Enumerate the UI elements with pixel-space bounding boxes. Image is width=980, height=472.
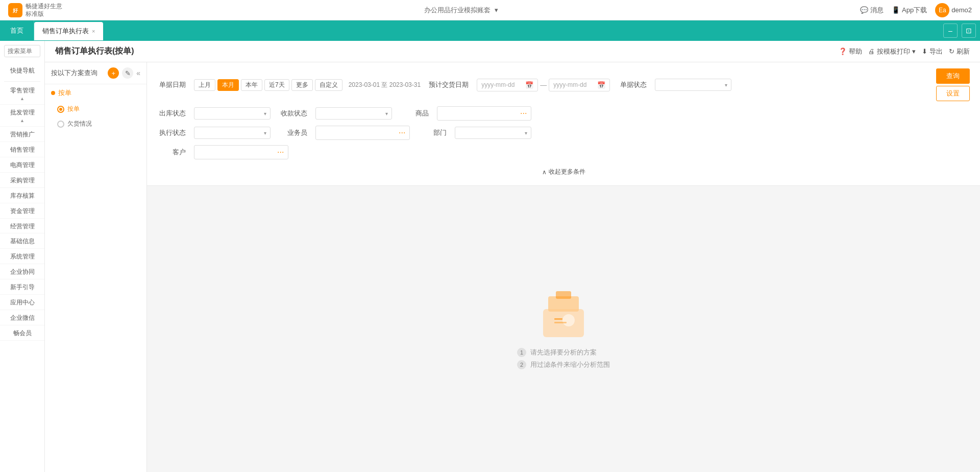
goods-label: 商品 [400, 109, 429, 118]
tab-close-icon[interactable]: × [92, 28, 95, 34]
dept-select[interactable] [455, 127, 531, 139]
left-panel: 按以下方案查询 + ✎ « 按单 按单 欠货情况 [45, 62, 147, 472]
date-label: 单据日期 [157, 80, 186, 89]
export-icon: ⬇ [922, 48, 927, 55]
goods-input[interactable] [442, 110, 518, 117]
expected-date-end[interactable]: yyyy-mm-dd 📅 [549, 79, 610, 91]
sidebar-item-newbie[interactable]: 新手引导 [0, 279, 44, 295]
expected-date-start[interactable]: yyyy-mm-dd 📅 [477, 79, 538, 91]
sidebar-item-ecommerce[interactable]: 电商管理 [0, 157, 44, 173]
plan-item-order[interactable]: 按单 [45, 84, 146, 102]
sidebar-item-finance[interactable]: 资金管理 [0, 203, 44, 219]
salesperson-label: 业务员 [279, 128, 307, 137]
sidebar-item-appstore[interactable]: 应用中心 [0, 295, 44, 310]
sidebar-item-marketing[interactable]: 营销推广 [0, 127, 44, 142]
search-btn[interactable]: 查询 [936, 68, 970, 84]
filter-row-4: 客户 ··· [157, 145, 970, 159]
restore-icon[interactable]: ⊡ [962, 23, 976, 38]
help-btn[interactable]: ❓ 帮助 [839, 47, 862, 56]
sidebar-item-purchase[interactable]: 采购管理 [0, 173, 44, 188]
sidebar-item-enterprise[interactable]: 企业协同 [0, 264, 44, 279]
sub-plan-name-2: 欠货情况 [67, 120, 92, 128]
date-btn-7days[interactable]: 近7天 [264, 79, 289, 91]
sub-plan-order[interactable]: 按单 [45, 102, 146, 116]
main-layout: 快捷导航 零售管理 ▲ 批发管理 ▲ 营销推广 销售管理 电商管理 采购管理 [0, 41, 980, 472]
sidebar-nav: 快捷导航 [0, 61, 44, 80]
empty-text: 1 请先选择要分析的方案 2 用过滤条件来缩小分析范围 [517, 348, 610, 369]
refresh-btn[interactable]: ↻ 刷新 [949, 47, 970, 56]
payment-select[interactable] [315, 107, 392, 120]
customer-field[interactable]: ··· [194, 145, 288, 159]
collapse-panel-btn[interactable]: « [136, 69, 140, 77]
delivery-select[interactable] [194, 107, 271, 120]
message-icon: 💬 [860, 6, 868, 14]
wholesale-arrow-icon: ▲ [20, 118, 24, 123]
date-btn-custom[interactable]: 自定义 [315, 79, 342, 91]
avatar: Ea [935, 3, 949, 17]
sub-plan-dot-2 [57, 121, 64, 128]
date-btn-more[interactable]: 更多 [291, 79, 313, 91]
salesperson-field[interactable]: ··· [315, 126, 410, 140]
left-panel-title: 按以下方案查询 [51, 68, 97, 78]
customer-label: 客户 [157, 148, 186, 157]
exec-select[interactable] [194, 127, 271, 139]
add-plan-btn[interactable]: + [108, 67, 119, 79]
sidebar-item-wechat[interactable]: 企业微信 [0, 310, 44, 325]
sidebar-item-wholesale[interactable]: 批发管理 ▲ [0, 105, 44, 127]
topbar-center[interactable]: 办公用品行业模拟账套 ▾ [424, 6, 498, 15]
sidebar-item-quick-nav[interactable]: 快捷导航 [4, 63, 41, 78]
date-btn-this-month[interactable]: 本月 [217, 79, 239, 91]
delivery-label: 出库状态 [157, 109, 186, 118]
sidebar-item-system[interactable]: 系统管理 [0, 249, 44, 264]
tab-active[interactable]: 销售订单执行表 × [34, 22, 103, 40]
right-content: 单据日期 上月 本月 本年 近7天 更多 自定义 2023-03-01 至 20… [147, 62, 980, 472]
empty-svg [533, 289, 594, 340]
salesperson-input[interactable] [320, 129, 397, 136]
settings-btn[interactable]: 设置 [936, 86, 970, 101]
empty-tip-1: 1 请先选择要分析的方案 [517, 348, 597, 357]
dept-label: 部门 [418, 128, 447, 137]
sidebar-item-sales[interactable]: 销售管理 [0, 142, 44, 157]
salesperson-dots-icon[interactable]: ··· [399, 128, 405, 137]
goods-field[interactable]: ··· [437, 106, 531, 121]
customer-input[interactable] [199, 149, 275, 156]
payment-select-wrap [315, 107, 392, 120]
user-avatar[interactable]: Ea demo2 [935, 3, 972, 17]
panel-layout: 按以下方案查询 + ✎ « 按单 按单 欠货情况 [45, 62, 980, 472]
industry-label: 办公用品行业模拟账套 [424, 6, 491, 15]
print-icon: 🖨 [868, 48, 875, 55]
sidebar-item-inventory[interactable]: 库存核算 [0, 188, 44, 203]
collapse-filter-btn[interactable]: ∧ 收起更多条件 [157, 164, 970, 179]
edit-plan-btn[interactable]: ✎ [122, 67, 133, 79]
refresh-icon: ↻ [949, 48, 954, 55]
svg-rect-6 [554, 318, 562, 320]
content-area: 销售订单执行表(按单) ❓ 帮助 🖨 按模板打印 ▾ ⬇ 导出 ↻ 刷新 [45, 41, 980, 472]
customer-dots-icon[interactable]: ··· [277, 148, 284, 157]
empty-state: 1 请先选择要分析的方案 2 用过滤条件来缩小分析范围 [147, 186, 980, 472]
sidebar-item-member[interactable]: 畅会员 [0, 325, 44, 341]
message-btn[interactable]: 💬 消息 [860, 6, 884, 15]
status-select[interactable] [655, 79, 731, 91]
minimize-icon[interactable]: – [943, 23, 958, 38]
left-panel-icons: + ✎ « [108, 67, 140, 79]
svg-text:好: 好 [12, 8, 18, 13]
date-separator: — [540, 81, 547, 89]
search-input[interactable] [4, 45, 40, 57]
sub-plan-stock[interactable]: 欠货情况 [45, 116, 146, 131]
topbar-right: 💬 消息 📱 App下载 Ea demo2 [860, 3, 972, 17]
app-download-btn[interactable]: 📱 App下载 [892, 6, 927, 15]
print-btn[interactable]: 🖨 按模板打印 ▾ [868, 47, 916, 56]
logo-area: 好 畅捷通好生意 标准版 [8, 3, 62, 17]
sub-plan-dot [57, 106, 64, 113]
sidebar-item-retail[interactable]: 零售管理 ▲ [0, 83, 44, 105]
date-btn-last-month[interactable]: 上月 [194, 79, 215, 91]
date-btn-this-year[interactable]: 本年 [241, 79, 262, 91]
page-header: 销售订单执行表(按单) ❓ 帮助 🖨 按模板打印 ▾ ⬇ 导出 ↻ 刷新 [45, 41, 980, 62]
dropdown-icon[interactable]: ▾ [495, 6, 498, 14]
sidebar-item-operations[interactable]: 经营管理 [0, 219, 44, 234]
retail-arrow-icon: ▲ [20, 96, 24, 101]
tab-home[interactable]: 首页 [0, 20, 34, 41]
export-btn[interactable]: ⬇ 导出 [922, 47, 943, 56]
goods-dots-icon[interactable]: ··· [520, 109, 527, 118]
sidebar-item-basic-info[interactable]: 基础信息 [0, 233, 44, 249]
